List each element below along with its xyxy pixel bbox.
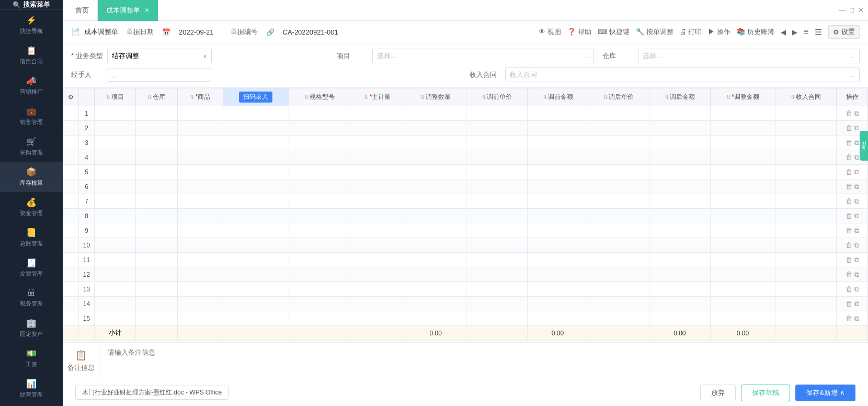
row-adjust-qty-5[interactable] <box>405 165 466 179</box>
row-delete-15[interactable]: 🗑 <box>846 314 852 322</box>
row-adjust-amount-13[interactable] <box>710 282 775 297</box>
row-before-amount-1[interactable] <box>527 106 588 121</box>
row-before-amount-14[interactable] <box>527 297 588 311</box>
maximize-btn[interactable]: □ <box>850 6 854 14</box>
project-input[interactable]: 选择... ... <box>372 49 594 63</box>
row-adjust-qty-10[interactable] <box>405 238 466 253</box>
row-warehouse-10[interactable] <box>136 238 177 253</box>
row-income-contract-2[interactable] <box>775 121 837 136</box>
row-spec-15[interactable] <box>289 311 350 326</box>
row-income-contract-8[interactable] <box>775 209 837 223</box>
row-after-price-13[interactable] <box>588 282 649 297</box>
row-delete-3[interactable]: 🗑 <box>846 139 852 146</box>
row-spec-12[interactable] <box>289 267 350 282</box>
close-btn[interactable]: ✕ <box>858 6 864 14</box>
row-product-6[interactable] <box>177 179 223 194</box>
sidebar-item-asset-mgmt[interactable]: 🏢固定资产 <box>0 313 63 343</box>
save-draft-btn[interactable]: 保存草稿 <box>741 385 790 401</box>
row-before-price-13[interactable] <box>466 282 528 297</box>
row-product-14[interactable] <box>177 297 223 311</box>
row-scan-11[interactable] <box>223 253 289 267</box>
row-after-price-3[interactable] <box>588 136 649 150</box>
row-after-price-1[interactable] <box>588 106 649 121</box>
row-delete-7[interactable]: 🗑 <box>846 197 852 205</box>
row-adjust-qty-1[interactable] <box>405 106 466 121</box>
row-before-amount-3[interactable] <box>527 136 588 150</box>
row-warehouse-2[interactable] <box>136 121 177 136</box>
row-copy-1[interactable]: ⧉ <box>854 109 859 118</box>
row-scan-14[interactable] <box>223 297 289 311</box>
row-copy-2[interactable]: ⧉ <box>854 124 859 132</box>
row-project-4[interactable] <box>95 150 136 165</box>
row-project-12[interactable] <box>95 267 136 282</box>
row-after-price-15[interactable] <box>588 311 649 326</box>
row-income-contract-1[interactable] <box>775 106 837 121</box>
row-copy-6[interactable]: ⧉ <box>854 183 859 191</box>
row-scan-12[interactable] <box>223 267 289 282</box>
row-before-amount-8[interactable] <box>527 209 588 223</box>
row-spec-11[interactable] <box>289 253 350 267</box>
row-income-contract-3[interactable] <box>775 136 837 150</box>
right-panel-tab[interactable]: Ear <box>860 131 868 161</box>
row-delete-10[interactable]: 🗑 <box>846 241 852 249</box>
row-adjust-amount-1[interactable] <box>710 106 775 121</box>
row-income-contract-11[interactable] <box>775 253 837 267</box>
row-before-amount-12[interactable] <box>527 267 588 282</box>
row-income-contract-6[interactable] <box>775 179 837 194</box>
row-before-amount-2[interactable] <box>527 121 588 136</box>
sidebar-item-finance-mgmt[interactable]: 💰资金管理 <box>0 192 63 222</box>
row-delete-5[interactable]: 🗑 <box>846 168 852 176</box>
row-adjust-amount-4[interactable] <box>710 150 775 165</box>
row-warehouse-7[interactable] <box>136 194 177 209</box>
row-warehouse-5[interactable] <box>136 165 177 179</box>
row-unit-14[interactable] <box>350 297 405 311</box>
row-unit-15[interactable] <box>350 311 405 326</box>
row-product-3[interactable] <box>177 136 223 150</box>
row-project-5[interactable] <box>95 165 136 179</box>
row-adjust-qty-12[interactable] <box>405 267 466 282</box>
row-before-amount-15[interactable] <box>527 311 588 326</box>
row-unit-12[interactable] <box>350 267 405 282</box>
row-project-1[interactable] <box>95 106 136 121</box>
row-before-amount-9[interactable] <box>527 223 588 238</box>
row-spec-3[interactable] <box>289 136 350 150</box>
row-product-1[interactable] <box>177 106 223 121</box>
row-before-price-8[interactable] <box>466 209 528 223</box>
row-income-contract-7[interactable] <box>775 194 837 209</box>
row-delete-9[interactable]: 🗑 <box>846 227 852 234</box>
row-after-amount-13[interactable] <box>649 282 711 297</box>
remarks-input[interactable] <box>99 343 868 379</box>
row-before-amount-10[interactable] <box>527 238 588 253</box>
row-before-price-6[interactable] <box>466 179 528 194</box>
row-adjust-amount-10[interactable] <box>710 238 775 253</box>
row-copy-7[interactable]: ⧉ <box>854 197 859 206</box>
settings-btn[interactable]: ⚙ 设置 <box>828 25 860 39</box>
next-btn[interactable]: ▶ <box>792 28 797 36</box>
row-product-5[interactable] <box>177 165 223 179</box>
row-copy-4[interactable]: ⧉ <box>854 153 859 162</box>
operation-btn[interactable]: ▶ 操作 <box>708 27 730 37</box>
row-after-amount-10[interactable] <box>649 238 711 253</box>
tab-close-cost-adjust[interactable]: ✕ <box>144 7 150 14</box>
row-before-price-3[interactable] <box>466 136 528 150</box>
row-project-3[interactable] <box>95 136 136 150</box>
row-income-contract-10[interactable] <box>775 238 837 253</box>
row-income-contract-12[interactable] <box>775 267 837 282</box>
row-adjust-qty-7[interactable] <box>405 194 466 209</box>
row-adjust-qty-15[interactable] <box>405 311 466 326</box>
row-after-amount-8[interactable] <box>649 209 711 223</box>
row-product-4[interactable] <box>177 150 223 165</box>
row-adjust-qty-3[interactable] <box>405 136 466 150</box>
history-btn[interactable]: 📚 历史账簿 <box>737 27 774 37</box>
row-spec-2[interactable] <box>289 121 350 136</box>
row-product-8[interactable] <box>177 209 223 223</box>
row-after-price-4[interactable] <box>588 150 649 165</box>
th-settings[interactable]: ⚙ <box>63 88 79 106</box>
row-spec-1[interactable] <box>289 106 350 121</box>
sidebar-item-invoice-mgmt[interactable]: 🧾发票管理 <box>0 253 63 283</box>
row-spec-9[interactable] <box>289 223 350 238</box>
row-before-price-4[interactable] <box>466 150 528 165</box>
row-after-amount-6[interactable] <box>649 179 711 194</box>
row-delete-13[interactable]: 🗑 <box>846 285 852 293</box>
row-copy-10[interactable]: ⧉ <box>854 241 859 250</box>
